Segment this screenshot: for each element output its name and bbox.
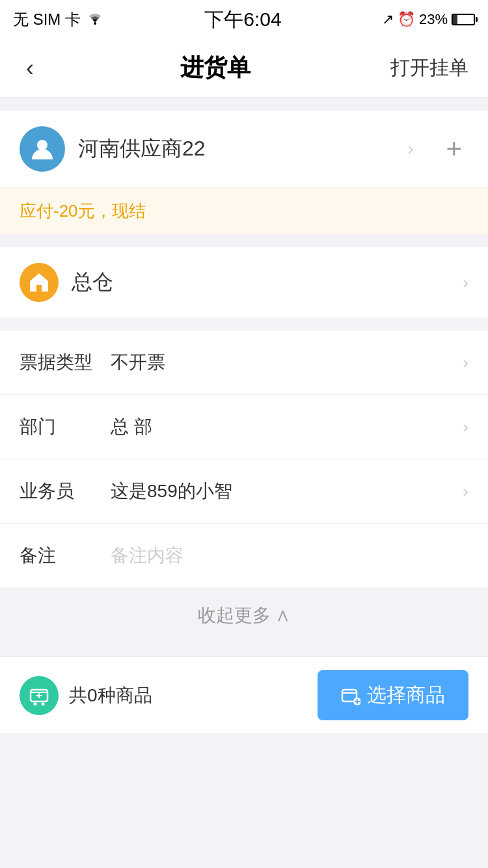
supplier-card: 河南供应商22 › + 应付-20元，现结 <box>0 111 488 234</box>
carrier-label: 无 SIM 卡 <box>13 9 81 30</box>
warehouse-card: 总仓 › <box>0 247 488 318</box>
salesman-row[interactable]: 业务员 这是859的小智 › <box>0 459 488 524</box>
add-goods-icon <box>341 686 360 705</box>
status-bar: 无 SIM 卡 下午6:04 ↗ ⏰ 23% <box>0 0 488 39</box>
status-right: ↗ ⏰ 23% <box>382 11 475 28</box>
warehouse-icon <box>20 263 59 302</box>
page-title: 进货单 <box>180 52 251 84</box>
collapse-button[interactable]: 收起更多 ∧ <box>0 588 488 644</box>
invoice-type-value: 不开票 <box>111 350 463 375</box>
salesman-label: 业务员 <box>20 479 111 504</box>
add-supplier-button[interactable]: + <box>439 133 468 165</box>
house-icon <box>27 271 51 294</box>
gap-4 <box>0 644 488 657</box>
form-card: 票据类型 不开票 › 部门 总 部 › 业务员 这是859的小智 › 备注 备注… <box>0 331 488 588</box>
svg-point-1 <box>37 140 47 150</box>
location-icon: ↗ <box>382 11 394 28</box>
invoice-type-row[interactable]: 票据类型 不开票 › <box>0 331 488 395</box>
department-chevron-icon: › <box>463 417 468 437</box>
svg-point-3 <box>34 702 37 705</box>
alarm-icon: ⏰ <box>398 11 415 28</box>
battery-icon <box>452 14 475 25</box>
salesman-chevron-icon: › <box>463 481 468 502</box>
goods-count-label: 共0种商品 <box>69 683 152 708</box>
notice-banner: 应付-20元，现结 <box>0 188 488 234</box>
invoice-type-label: 票据类型 <box>20 350 111 375</box>
warehouse-name: 总仓 <box>72 268 463 297</box>
supplier-chevron-icon: › <box>407 139 413 159</box>
supplier-avatar <box>20 126 65 172</box>
svg-point-4 <box>42 702 45 705</box>
nav-bar: ‹ 进货单 打开挂单 <box>0 39 488 98</box>
goods-cart-icon <box>20 676 59 715</box>
department-row[interactable]: 部门 总 部 › <box>0 395 488 459</box>
remark-label: 备注 <box>20 543 111 568</box>
department-label: 部门 <box>20 414 111 439</box>
user-icon <box>29 136 55 162</box>
warehouse-row[interactable]: 总仓 › <box>0 247 488 318</box>
gap-3 <box>0 318 488 331</box>
select-goods-button[interactable]: 选择商品 <box>318 670 468 720</box>
time-display: 下午6:04 <box>204 7 281 33</box>
warehouse-chevron-icon: › <box>463 273 468 293</box>
open-pending-button[interactable]: 打开挂单 <box>390 55 468 81</box>
svg-point-0 <box>94 22 96 25</box>
remark-row[interactable]: 备注 备注内容 <box>0 524 488 588</box>
supplier-name: 河南供应商22 <box>78 135 407 163</box>
gap-2 <box>0 234 488 247</box>
department-value: 总 部 <box>111 414 463 439</box>
status-left: 无 SIM 卡 <box>13 9 104 30</box>
remark-input[interactable]: 备注内容 <box>111 543 468 568</box>
wifi-icon <box>86 10 104 29</box>
invoice-type-chevron-icon: › <box>463 353 468 373</box>
select-goods-label: 选择商品 <box>367 682 445 709</box>
battery-percentage: 23% <box>419 11 448 28</box>
supplier-row[interactable]: 河南供应商22 › + <box>0 111 488 188</box>
cart-icon <box>28 685 50 707</box>
bottom-bar: 共0种商品 选择商品 <box>0 657 488 733</box>
gap-1 <box>0 98 488 111</box>
goods-info: 共0种商品 <box>20 676 152 715</box>
back-button[interactable]: ‹ <box>20 48 40 88</box>
salesman-value: 这是859的小智 <box>111 479 463 504</box>
